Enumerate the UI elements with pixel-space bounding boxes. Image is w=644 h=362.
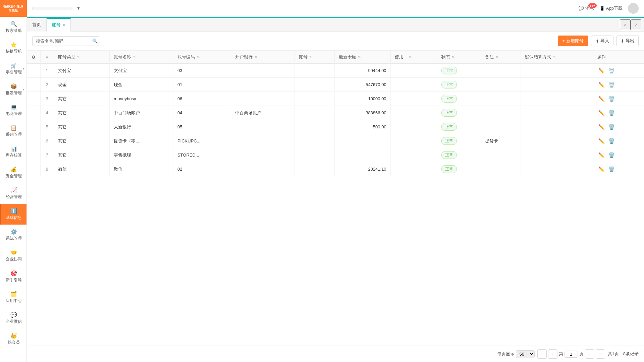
wechat-icon: 💬	[2, 312, 25, 318]
sidebar-item-guide[interactable]: 🎯 新手引导	[0, 266, 26, 287]
col-remark[interactable]: 备注 ⇅	[481, 51, 521, 64]
last-page-button[interactable]: »	[596, 349, 605, 359]
row-remark-3	[481, 106, 521, 120]
sidebar-item-inventory[interactable]: 📊 库存核算	[0, 141, 26, 162]
sidebar-item-purchase[interactable]: 📋 采购管理	[0, 121, 26, 141]
row-num-1: 2	[40, 78, 54, 92]
sidebar-item-system[interactable]: ⚙️ 系统管理	[0, 225, 26, 245]
sort-bank-icon[interactable]: ⇅	[255, 55, 257, 59]
row-balance-2: 10000.00	[334, 92, 390, 106]
sidebar-item-operations[interactable]: 📈 经营管理	[0, 183, 26, 204]
tab-account[interactable]: 账号 ×	[47, 18, 71, 32]
row-type-0: 支付宝	[54, 64, 110, 78]
sidebar-item-wholesale[interactable]: 📦 批发管理 ▼	[0, 79, 26, 100]
col-settlement[interactable]: 默认结算方式 ⇅	[521, 51, 593, 64]
delete-button-6[interactable]: 🗑️	[607, 152, 616, 159]
status-badge-1: 正常	[441, 81, 457, 88]
content-area: 🔍 + 新增账号 ⬆ 导入 ⬇ 导出 ⚙ #	[27, 32, 644, 362]
delete-button-2[interactable]: 🗑️	[607, 95, 616, 103]
row-status-0: 正常	[437, 64, 481, 78]
message-button[interactable]: 💬 消息 99+	[579, 5, 594, 11]
search-menu-icon: 🔍	[2, 21, 25, 27]
sidebar-item-ecommerce[interactable]: 💻 电商管理	[0, 100, 26, 121]
table-row: 1 支付宝 支付宝 03 -90444.00 正常 ✏️ 🗑️	[27, 64, 644, 78]
row-type-5: 其它	[54, 134, 110, 148]
export-button[interactable]: ⬇ 导出	[616, 36, 639, 46]
col-type[interactable]: 账号类型 ⇅	[54, 51, 110, 64]
search-input[interactable]	[33, 37, 90, 46]
sidebar-item-finance[interactable]: 💰 资金管理	[0, 162, 26, 183]
col-settings[interactable]: ⚙	[27, 51, 40, 64]
row-usage-4	[390, 120, 437, 134]
delete-button-1[interactable]: 🗑️	[607, 81, 616, 88]
page-number-input[interactable]	[565, 351, 578, 358]
edit-button-0[interactable]: ✏️	[597, 67, 606, 74]
table-row: 4 其它 中百商场账户 04 中百商场账户 383866.00 正常 ✏️ 🗑️	[27, 106, 644, 120]
edit-button-1[interactable]: ✏️	[597, 81, 606, 88]
edit-button-4[interactable]: ✏️	[597, 123, 606, 131]
search-button[interactable]: 🔍	[90, 37, 99, 46]
app-download-button[interactable]: 📱 App下载	[599, 5, 623, 11]
sidebar-item-wechat[interactable]: 💬 企业微信	[0, 308, 26, 328]
sort-settlement-icon[interactable]: ⇅	[553, 55, 556, 59]
appcenter-icon: 🗂️	[2, 291, 25, 297]
delete-button-3[interactable]: 🗑️	[607, 109, 616, 117]
sidebar-item-quicknav[interactable]: ⭐ 快捷导航	[0, 38, 26, 58]
sidebar-item-basicinfo[interactable]: ℹ️ 基础信息	[0, 204, 26, 225]
sort-balance-icon[interactable]: ⇅	[358, 55, 361, 59]
sidebar-item-collab[interactable]: 🤝 企业协同	[0, 245, 26, 266]
row-status-7: 正常	[437, 162, 481, 176]
row-type-3: 其它	[54, 106, 110, 120]
delete-button-5[interactable]: 🗑️	[607, 137, 616, 145]
table-row: 6 其它 提货卡（零... PICKUPC... 正常 提货卡 ✏️ 🗑️	[27, 134, 644, 148]
window-close-button[interactable]: ×	[620, 19, 631, 30]
col-bank[interactable]: 开户银行 ⇅	[231, 51, 295, 64]
header-dropdown[interactable]: ▼	[76, 6, 80, 11]
retail-arrow: ▼	[22, 67, 25, 70]
row-settings-4	[27, 120, 40, 134]
col-balance[interactable]: 最新余额 ⇅	[334, 51, 390, 64]
edit-button-5[interactable]: ✏️	[597, 137, 606, 145]
edit-button-2[interactable]: ✏️	[597, 95, 606, 103]
sidebar-item-member[interactable]: 👑 畅会员	[0, 328, 26, 349]
import-button[interactable]: ⬆ 导入	[591, 36, 613, 46]
first-page-button[interactable]: «	[537, 349, 547, 359]
col-usage[interactable]: 使用... ⇅	[390, 51, 437, 64]
edit-button-3[interactable]: ✏️	[597, 109, 606, 117]
col-status[interactable]: 状态 ⇅	[437, 51, 481, 64]
sort-name-icon[interactable]: ⇅	[133, 55, 136, 59]
row-usage-3	[390, 106, 437, 120]
col-account[interactable]: 账号 ⇅	[294, 51, 334, 64]
tab-close-account[interactable]: ×	[63, 23, 65, 27]
page-size-select[interactable]: 10 20 50 100	[516, 350, 535, 358]
sort-account-icon[interactable]: ⇅	[309, 55, 312, 59]
row-action-5: ✏️ 🗑️	[593, 134, 644, 148]
pagination: 每页显示 10 20 50 100 « ‹ 第 页 › » 共1页，8条记录	[27, 346, 644, 362]
delete-button-4[interactable]: 🗑️	[607, 123, 616, 131]
sort-code-icon[interactable]: ⇅	[197, 55, 200, 59]
col-name[interactable]: 账号名称 ⇅	[110, 51, 173, 64]
edit-button-7[interactable]: ✏️	[597, 166, 606, 173]
row-code-2: 06	[173, 92, 231, 106]
tab-home[interactable]: 首页	[27, 18, 47, 32]
edit-button-6[interactable]: ✏️	[597, 152, 606, 159]
add-account-button[interactable]: + 新增账号	[558, 36, 588, 46]
sort-usage-icon[interactable]: ⇅	[409, 55, 412, 59]
sidebar-item-search[interactable]: 🔍 搜索菜单	[0, 17, 26, 38]
col-code[interactable]: 账号编码 ⇅	[173, 51, 231, 64]
sidebar-item-retail[interactable]: 🛒 零售管理 ▼	[0, 58, 26, 79]
next-page-button[interactable]: ›	[585, 349, 594, 359]
delete-button-0[interactable]: 🗑️	[607, 67, 616, 74]
sort-remark-icon[interactable]: ⇅	[496, 55, 498, 59]
prev-page-button[interactable]: ‹	[548, 349, 557, 359]
delete-button-7[interactable]: 🗑️	[607, 166, 616, 173]
sort-status-icon[interactable]: ⇅	[452, 55, 454, 59]
window-maximize-button[interactable]: ⤢	[631, 19, 641, 30]
row-action-0: ✏️ 🗑️	[593, 64, 644, 78]
row-num-5: 6	[40, 134, 54, 148]
sort-type-icon[interactable]: ⇅	[77, 55, 80, 59]
user-avatar[interactable]	[628, 3, 639, 14]
sidebar-item-appcenter[interactable]: 🗂️ 应用中心	[0, 287, 26, 308]
tab-bar: 首页 账号 × × ⤢	[27, 18, 644, 32]
row-settlement-1	[521, 78, 593, 92]
